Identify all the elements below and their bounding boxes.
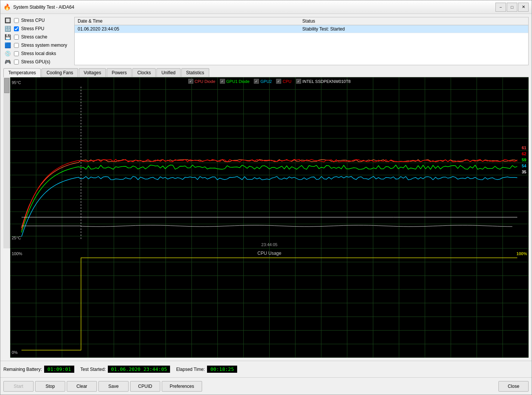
temp-y-max: 95°C (12, 80, 21, 85)
minimize-button[interactable]: − (495, 3, 506, 12)
stress-icon-gpu: 🎮 (3, 58, 12, 65)
stress-check-memory[interactable] (14, 43, 19, 48)
tab-statistics[interactable]: Statistics (181, 68, 209, 77)
tab-clocks[interactable]: Clocks (132, 68, 156, 77)
legend-check[interactable]: ✓ (254, 79, 259, 84)
remaining-battery-value: 01:09:01 (44, 366, 74, 373)
title-bar-controls: − □ ✕ (495, 3, 529, 12)
cpuid-button[interactable]: CPUID (130, 381, 160, 392)
log-cell-status: Stability Test: Started (299, 25, 528, 33)
legend-check[interactable]: ✓ (220, 79, 225, 84)
stress-item-memory: 🟦 Stress system memory (3, 42, 71, 49)
test-started-item: Test Started: 01.06.2020 23:44:05 (80, 366, 170, 373)
stress-icon-disk: 💿 (3, 50, 12, 57)
legend-gpu1-diode: ✓ GPU1 Diode (220, 79, 250, 84)
legend-label: CPU Diode (195, 79, 215, 84)
stress-item-cpu: 🔲 Stress CPU (3, 17, 71, 24)
temp-chart-legend: ✓ CPU Diode ✓ GPU1 Diode ✓ GPU2 ✓ CPU ✓ … (188, 79, 351, 84)
temp-val-2: 59 (522, 158, 526, 162)
preferences-button[interactable]: Preferences (162, 381, 202, 392)
stress-check-gpu[interactable] (14, 60, 19, 64)
legend-label: GPU1 Diode (226, 79, 250, 84)
legend-check[interactable]: ✓ (296, 79, 301, 84)
remaining-battery-label: Remaining Battery: (3, 367, 42, 372)
stress-label-cache: Stress cache (21, 34, 47, 40)
legend-cpu-diode: ✓ CPU Diode (188, 79, 215, 84)
temp-chart-section: ✓ CPU Diode ✓ GPU1 Diode ✓ GPU2 ✓ CPU ✓ … (3, 77, 529, 248)
stress-icon-memory: 🟦 (3, 42, 12, 49)
close-button[interactable]: Close (498, 381, 529, 392)
stress-label-disk: Stress local disks (21, 51, 56, 56)
cpu-y-max: 100% (12, 251, 22, 256)
log-col-status: Status (299, 17, 528, 25)
temp-values-right: 6162595435 (522, 145, 526, 174)
stress-icon-cache: 💾 (3, 34, 12, 40)
stress-icon-fpu: 🔢 (3, 25, 12, 32)
elapsed-time-label: Elapsed Time: (176, 367, 205, 372)
legend-label: INTEL SSDPEKNW010T8 (302, 79, 351, 84)
save-button[interactable]: Save (98, 381, 129, 392)
clear-button[interactable]: Clear (67, 381, 97, 392)
content-area: 🔲 Stress CPU 🔢 Stress FPU 💾 Stress cache… (0, 14, 532, 395)
title-bar: 🔥 System Stability Test - AIDA64 − □ ✕ (0, 0, 532, 14)
stress-check-fpu[interactable] (14, 26, 19, 31)
tab-cooling_fans[interactable]: Cooling Fans (41, 68, 78, 77)
top-section: 🔲 Stress CPU 🔢 Stress FPU 💾 Stress cache… (0, 14, 532, 68)
tabs: TemperaturesCooling FansVoltagesPowersCl… (3, 68, 529, 77)
window-title: System Stability Test - AIDA64 (13, 5, 74, 10)
remaining-battery-item: Remaining Battery: 01:09:01 (3, 366, 74, 373)
stress-label-gpu: Stress GPU(s) (21, 59, 50, 64)
stress-check-disk[interactable] (14, 51, 19, 56)
legend-gpu2: ✓ GPU2 (254, 79, 272, 84)
tabs-section: TemperaturesCooling FansVoltagesPowersCl… (0, 68, 532, 77)
tab-powers[interactable]: Powers (107, 68, 132, 77)
status-bar: Remaining Battery: 01:09:01 Test Started… (0, 361, 532, 377)
stress-label-cpu: Stress CPU (21, 18, 45, 23)
cpu-y-min: 0% (12, 350, 18, 355)
legend-label: CPU (283, 79, 291, 84)
legend-check[interactable]: ✓ (276, 79, 281, 84)
temp-x-label: 23:44:05 (261, 242, 277, 247)
legend-intel-ssdpeknw010t8: ✓ INTEL SSDPEKNW010T8 (296, 79, 351, 84)
cpu-chart-title: CPU Usage (258, 251, 281, 256)
temp-chart-canvas (10, 77, 529, 248)
temp-val-1: 62 (522, 152, 526, 156)
stress-options: 🔲 Stress CPU 🔢 Stress FPU 💾 Stress cache… (3, 17, 71, 65)
tab-temperatures[interactable]: Temperatures (3, 68, 41, 77)
stress-item-cache: 💾 Stress cache (3, 34, 71, 40)
stress-check-cpu[interactable] (14, 18, 19, 23)
temp-chart-container: ✓ CPU Diode ✓ GPU1 Diode ✓ GPU2 ✓ CPU ✓ … (10, 77, 529, 248)
temp-y-min: 25°C (12, 236, 21, 240)
temp-val-4: 35 (522, 170, 526, 174)
stress-item-disk: 💿 Stress local disks (3, 50, 71, 57)
legend-label: GPU2 (261, 79, 272, 84)
button-bar: Start Stop Clear Save CPUID Preferences … (0, 377, 532, 395)
log-cell-datetime: 01.06.2020 23:44:05 (75, 25, 299, 33)
test-started-label: Test Started: (80, 367, 106, 372)
start-button[interactable]: Start (3, 381, 34, 392)
stress-item-fpu: 🔢 Stress FPU (3, 25, 71, 32)
scrollbar-left[interactable] (3, 77, 10, 248)
legend-check[interactable]: ✓ (188, 79, 193, 84)
legend-cpu: ✓ CPU (276, 79, 291, 84)
main-window: 🔥 System Stability Test - AIDA64 − □ ✕ 🔲… (0, 0, 532, 395)
log-col-datetime: Date & Time (75, 17, 299, 25)
elapsed-time-item: Elapsed Time: 00:18:25 (176, 366, 237, 373)
cpu-chart-canvas (10, 248, 529, 358)
close-window-button[interactable]: ✕ (518, 3, 529, 12)
stop-button[interactable]: Stop (35, 381, 65, 392)
stress-check-cache[interactable] (14, 35, 19, 40)
stress-icon-cpu: 🔲 (3, 17, 12, 24)
title-bar-left: 🔥 System Stability Test - AIDA64 (3, 3, 74, 11)
app-icon: 🔥 (3, 3, 11, 11)
cpu-chart-container: CPU Usage 100% 0% 100% (10, 248, 529, 358)
stress-item-gpu: 🎮 Stress GPU(s) (3, 58, 71, 65)
scroll-indicator[interactable] (4, 78, 9, 93)
elapsed-time-value: 00:18:25 (207, 366, 237, 373)
test-started-value: 01.06.2020 23:44:05 (108, 366, 170, 373)
tab-unified[interactable]: Unified (156, 68, 180, 77)
log-row[interactable]: 01.06.2020 23:44:05 Stability Test: Star… (75, 25, 528, 33)
tab-voltages[interactable]: Voltages (79, 68, 106, 77)
maximize-button[interactable]: □ (507, 3, 517, 12)
temp-val-0: 61 (522, 145, 526, 150)
